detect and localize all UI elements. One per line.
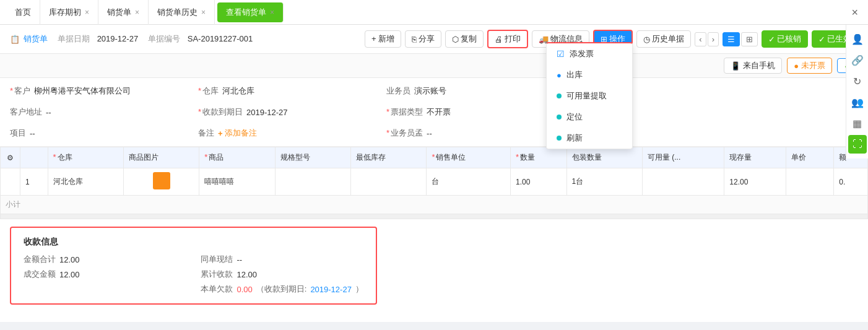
due-date-field: 收款到期日 2019-12-27 [198, 106, 371, 118]
doc-number-field: 单据编号 SA-20191227-001 [148, 33, 253, 45]
transaction-amount-value: 12.00 [59, 270, 80, 279]
th-current-stock: 现存量 [724, 147, 786, 168]
tab-sales-history-close[interactable]: × [201, 8, 206, 17]
subtotal-cell: 小计 [1, 196, 868, 214]
doc-date-value: 2019-12-27 [97, 34, 139, 43]
cumulative-payment-label: 累计收款 [201, 269, 233, 280]
project-field: 项目 -- [10, 128, 183, 139]
th-product: *商品 [199, 147, 275, 168]
new-button[interactable]: + 新增 [365, 30, 401, 48]
sidebar-user-group-icon[interactable]: 👥 [848, 93, 867, 111]
window-close-button[interactable]: × [851, 6, 858, 19]
payment-info-box: 收款信息 金额合计 12.00 同单现结 -- 成交金额 12.00 累计收款 … [10, 227, 377, 305]
share-button[interactable]: ⎘ 分享 [405, 30, 441, 48]
due-date-value[interactable]: 2019-12-27 [246, 108, 288, 117]
dropdown-add-invoice[interactable]: ☑ 添发票 [547, 43, 632, 64]
grid-view-button[interactable]: ⊞ [741, 32, 758, 46]
doc-date-field: 单据日期 2019-12-27 [58, 33, 138, 45]
form-row-2: 客户地址 -- 收款到期日 2019-12-27 票据类型 不开票 [10, 106, 858, 118]
staff-field: 业务员 演示账号 [386, 85, 560, 97]
history-button[interactable]: ◷ 历史单据 [636, 30, 691, 48]
th-pack-qty: 包装数量 [566, 147, 642, 168]
dot-icon [557, 93, 562, 98]
print-button[interactable]: 🖨 打印 [487, 30, 528, 48]
address-field: 客户地址 -- [10, 106, 183, 118]
product-table: ⚙ *仓库 商品图片 *商品 规格型号 最低库存 *销售单位 *数量 包装数量 … [0, 147, 868, 219]
tab-sales-history[interactable]: 销货单历史 × [149, 0, 215, 25]
tab-view-sales-close[interactable]: × [270, 8, 274, 17]
th-sales-unit: *销售单位 [427, 147, 511, 168]
cancelled-button[interactable]: ✓ 已核销 [762, 30, 808, 48]
tab-bar: 首页 库存期初 × 销货单 × 销货单历史 × 查看销货单 × × [0, 0, 868, 25]
ticket-type-value[interactable]: 不开票 [427, 106, 451, 118]
prev-button[interactable]: ‹ [695, 32, 706, 46]
tab-sales[interactable]: 销货单 × [98, 0, 149, 25]
phone-icon: 📱 [731, 61, 740, 71]
outstanding-date: 2019-12-27 [310, 285, 352, 294]
sec-toolbar: 📱 来自手机 ● 未开票 ✓ [0, 54, 868, 78]
td-available [642, 168, 724, 196]
dropdown-out-warehouse[interactable]: ● 出库 [547, 64, 632, 85]
sidebar-link-icon[interactable]: 🔗 [848, 51, 867, 69]
td-amount: 0. [834, 168, 868, 196]
from-phone-button[interactable]: 📱 来自手机 [724, 58, 782, 74]
table-row: 1 河北仓库 嘻嘻嘻嘻 台 1.00 1台 12.00 0. [1, 168, 868, 196]
note-field: 备注 添加备注 [198, 128, 371, 139]
nav-arrows: ‹ › [695, 32, 719, 46]
warehouse-value[interactable]: 河北仓库 [222, 85, 254, 97]
tab-sales-close[interactable]: × [135, 8, 139, 17]
dropdown-refresh[interactable]: 刷新 [547, 128, 632, 149]
tab-inventory-close[interactable]: × [85, 8, 89, 17]
product-table-wrapper: ⚙ *仓库 商品图片 *商品 规格型号 最低库存 *销售单位 *数量 包装数量 … [0, 147, 868, 219]
tab-inventory[interactable]: 库存期初 × [40, 0, 98, 25]
list-view-button[interactable]: ☰ [723, 32, 740, 46]
table-header-row: ⚙ *仓库 商品图片 *商品 规格型号 最低库存 *销售单位 *数量 包装数量 … [1, 147, 868, 168]
transaction-amount-label: 成交金额 [24, 269, 56, 280]
form-row-3: 项目 -- 备注 添加备注 业务员孟 -- [10, 128, 858, 139]
staff2-field: 业务员孟 -- [386, 128, 560, 139]
right-sidebar: 👤 🔗 ↻ 👥 ▦ ⛶ [846, 25, 868, 158]
print-icon: 🖨 [495, 35, 503, 44]
doc-title: 📋 销货单 [10, 33, 48, 45]
tab-home[interactable]: 首页 [6, 0, 40, 25]
th-gear[interactable]: ⚙ [1, 147, 20, 168]
sidebar-refresh-icon[interactable]: ↻ [848, 72, 867, 90]
operations-dropdown: ☑ 添发票 ● 出库 可用量提取 定位 刷新 [546, 42, 633, 149]
copy-button[interactable]: ⬡ 复制 [445, 30, 484, 48]
tab-view-sales[interactable]: 查看销货单 × [217, 2, 284, 22]
th-seq [20, 147, 48, 168]
warehouse-field: 仓库 河北仓库 [198, 85, 371, 97]
td-product-img [123, 168, 199, 196]
subtotal-row: 小计 [1, 196, 868, 214]
th-spec: 规格型号 [275, 147, 350, 168]
payment-title: 收款信息 [24, 237, 363, 248]
checkbox-icon: ☑ [557, 49, 565, 59]
td-qty: 1.00 [511, 168, 566, 196]
address-value: -- [46, 108, 51, 117]
sidebar-contacts-icon[interactable]: 👤 [848, 30, 867, 48]
not-open-button[interactable]: ● 未开票 [787, 58, 832, 74]
product-image [153, 172, 170, 189]
total-amount-label: 金额合计 [24, 254, 56, 265]
th-qty: *数量 [511, 147, 566, 168]
transaction-amount-row: 成交金额 12.00 [24, 269, 186, 280]
th-warehouse: *仓库 [48, 147, 123, 168]
sidebar-expand-icon[interactable]: ⛶ [848, 135, 867, 154]
th-min-stock: 最低库存 [351, 147, 427, 168]
dropdown-locate[interactable]: 定位 [547, 106, 632, 128]
share-icon: ⎘ [412, 35, 417, 44]
staff-value: 演示账号 [414, 85, 446, 97]
check-icon: ✓ [768, 35, 775, 44]
dot-icon3 [557, 136, 562, 141]
total-amount-row: 金额合计 12.00 [24, 254, 186, 265]
customer-value[interactable]: 柳州粤港平安气体有限公司 [34, 85, 131, 97]
bottom-section: 收款信息 金额合计 12.00 同单现结 -- 成交金额 12.00 累计收款 … [0, 219, 868, 322]
same-order-row: 同单现结 -- [201, 254, 363, 265]
td-current-stock: 12.00 [724, 168, 786, 196]
ticket-type-field: 票据类型 不开票 [386, 106, 560, 118]
sidebar-grid-icon[interactable]: ▦ [848, 114, 867, 132]
add-note-button[interactable]: 添加备注 [218, 128, 257, 139]
dropdown-available-qty[interactable]: 可用量提取 [547, 85, 632, 106]
view-toggle: ☰ ⊞ [723, 32, 758, 46]
next-button[interactable]: › [708, 32, 719, 46]
